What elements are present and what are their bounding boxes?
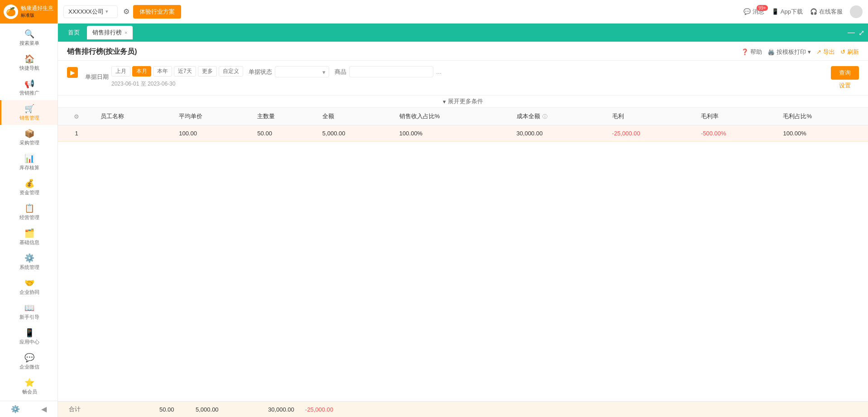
sidebar-collapse-icon[interactable]: ◀ <box>41 405 47 413</box>
company-selector[interactable]: XXXXXX公司 ▾ <box>63 5 118 18</box>
export-button[interactable]: ↗ 导出 <box>816 48 835 56</box>
print-chevron-icon: ▾ <box>808 48 811 55</box>
export-label: 导出 <box>823 48 835 56</box>
sidebar-item-inventory[interactable]: 📊 库存核算 <box>0 150 58 175</box>
sidebar-item-marketing_promo[interactable]: 📢 营销推广 <box>0 75 58 100</box>
status-filter-label: 单据状态 <box>249 68 272 76</box>
table-footer: 合计 50.00 5,000.00 30,000.00 -25,000.00 <box>58 401 868 417</box>
refresh-button[interactable]: ↺ 刷新 <box>840 48 859 56</box>
filter-bar: ▶ 单据日期 上月 本月 本年 近7天 更多 自定义 <box>58 61 868 96</box>
sidebar-settings-icon[interactable]: ⚙️ <box>11 405 20 413</box>
sidebar-icon-search: 🔍 <box>24 29 34 39</box>
sidebar-label-sales: 销售管理 <box>19 115 39 121</box>
cost-info-icon[interactable]: ⓘ <box>542 114 547 119</box>
sidebar-item-finance[interactable]: 💰 资金管理 <box>0 175 58 200</box>
export-icon: ↗ <box>816 48 821 55</box>
sidebar-icon-member: ⭐ <box>24 378 34 388</box>
date-btn-more[interactable]: 更多 <box>198 66 217 77</box>
col-rank: ⚙ <box>58 108 95 125</box>
user-avatar[interactable] <box>850 5 863 18</box>
tab-home[interactable]: 首页 <box>62 26 86 39</box>
status-filter-field: 单据状态 <box>249 66 329 77</box>
sidebar-label-quick: 快捷导航 <box>19 65 39 72</box>
app-download-button[interactable]: 📱 App下载 <box>772 8 803 16</box>
sidebar-item-search[interactable]: 🔍 搜索菜单 <box>0 25 58 50</box>
header-settings-icon[interactable]: ⚙ <box>123 7 129 16</box>
page-actions: ❓ 帮助 🖨️ 按模板打印 ▾ ↗ 导出 ↺ 刷新 <box>741 48 859 56</box>
date-btn-this-year[interactable]: 本年 <box>153 66 172 77</box>
cell-sales-pct: 100.00% <box>394 125 511 142</box>
cell-rank: 1 <box>58 125 95 142</box>
sidebar-icon-inventory: 📊 <box>24 153 34 163</box>
date-btn-this-month[interactable]: 本月 <box>132 66 151 77</box>
status-select-wrap <box>275 66 329 77</box>
expand-more-bar[interactable]: ▾ 展开更多条件 <box>58 96 868 108</box>
sidebar-item-quick[interactable]: 🏠 快捷导航 <box>0 50 58 75</box>
status-select[interactable] <box>275 66 329 77</box>
date-btn-custom[interactable]: 自定义 <box>219 66 243 77</box>
footer-amount: 5,000.00 <box>190 406 226 413</box>
filter-action: 查询 设置 <box>831 66 859 90</box>
message-button[interactable]: 💬 消息 99+ <box>743 8 764 16</box>
cell-qty: 50.00 <box>252 125 317 142</box>
sidebar-item-system[interactable]: ⚙️ 系统管理 <box>0 249 58 274</box>
refresh-icon: ↺ <box>840 48 845 55</box>
message-badge: 99+ <box>757 5 768 11</box>
sidebar-label-member: 畅会员 <box>22 388 37 395</box>
sidebar-label-app_center: 应用中心 <box>19 339 39 345</box>
print-button[interactable]: 🖨️ 按模板打印 ▾ <box>767 48 811 56</box>
trial-button[interactable]: 体验行业方案 <box>133 5 181 19</box>
col-qty: 主数量 <box>252 108 317 125</box>
rank-settings-icon[interactable]: ⚙ <box>74 113 79 120</box>
service-icon: 🎧 <box>810 8 817 15</box>
sidebar-label-marketing_promo: 营销推广 <box>19 90 39 96</box>
help-button[interactable]: ❓ 帮助 <box>741 48 762 56</box>
goods-input[interactable] <box>349 66 433 77</box>
sidebar-item-operations[interactable]: 📋 经营管理 <box>0 200 58 225</box>
app-icon: 📱 <box>772 8 779 15</box>
sidebar-label-system: 系统管理 <box>19 264 39 271</box>
date-btn-last-month[interactable]: 上月 <box>111 66 130 77</box>
sidebar: 🍊 畅康通好生意 标准版 🔍 搜索菜单 🏠 快捷导航 📢 营销推广 🛒 销售管理… <box>0 0 58 417</box>
col-amount: 全额 <box>317 108 394 125</box>
sidebar-item-member[interactable]: ⭐ 畅会员 <box>0 374 58 399</box>
sidebar-label-wechat: 企业微信 <box>19 364 39 370</box>
col-cost: 成本全额 ⓘ <box>511 108 607 125</box>
cell-cost: 30,000.00 <box>511 125 607 142</box>
sidebar-item-sales[interactable]: 🛒 销售管理 <box>0 100 58 125</box>
sidebar-icon-enterprise: 🤝 <box>24 278 34 288</box>
tab-bar: 首页 销售排行榜 × — ⤢ <box>58 24 868 42</box>
help-label: 帮助 <box>750 48 762 56</box>
date-range-text: 2023-06-01 至 2023-06-30 <box>111 80 243 88</box>
tab-close-icon[interactable]: × <box>125 30 127 35</box>
sidebar-item-guide[interactable]: 📖 新手引导 <box>0 299 58 324</box>
online-service-button[interactable]: 🎧 在线客服 <box>810 8 843 16</box>
company-chevron-icon: ▾ <box>106 9 108 14</box>
query-button[interactable]: 查询 <box>831 66 859 80</box>
tab-maximize-icon[interactable]: ⤢ <box>858 29 864 37</box>
sidebar-item-wechat[interactable]: 💬 企业微信 <box>0 349 58 374</box>
print-label: 按模板打印 <box>777 48 806 56</box>
refresh-label: 刷新 <box>847 48 859 56</box>
filter-settings-link[interactable]: 设置 <box>831 81 859 90</box>
sidebar-item-enterprise[interactable]: 🤝 企业协同 <box>0 274 58 299</box>
sidebar-icon-system: ⚙️ <box>24 253 34 263</box>
tab-minimize-icon[interactable]: — <box>848 29 855 37</box>
tab-sales-ranking[interactable]: 销售排行榜 × <box>87 26 133 39</box>
sidebar-icon-operations: 📋 <box>24 203 34 213</box>
page-header: 销售排行榜(按业务员) ❓ 帮助 🖨️ 按模板打印 ▾ ↗ 导出 <box>58 42 868 61</box>
sidebar-label-search: 搜索菜单 <box>19 40 39 47</box>
cell-name <box>95 125 173 142</box>
sidebar-item-app_center[interactable]: 📱 应用中心 <box>0 324 58 349</box>
more-filter-icon[interactable]: … <box>436 68 442 75</box>
cell-gross-pct: 100.00% <box>777 125 868 142</box>
filter-toggle-button[interactable]: ▶ <box>67 67 78 78</box>
sidebar-icon-wechat: 💬 <box>24 353 34 363</box>
logo-text: 畅康通好生意 标准版 <box>21 5 53 19</box>
date-btn-7days[interactable]: 近7天 <box>174 66 196 77</box>
data-table: ⚙ 员工名称 平均单价 主数量 全额 销售收入占比% 成本全额 ⓘ 毛利 <box>58 108 868 142</box>
help-icon: ❓ <box>741 48 748 55</box>
col-gross-pct: 毛利占比% <box>777 108 868 125</box>
sidebar-item-base[interactable]: 🗂️ 基础信息 <box>0 225 58 249</box>
sidebar-item-purchase[interactable]: 📦 采购管理 <box>0 125 58 150</box>
